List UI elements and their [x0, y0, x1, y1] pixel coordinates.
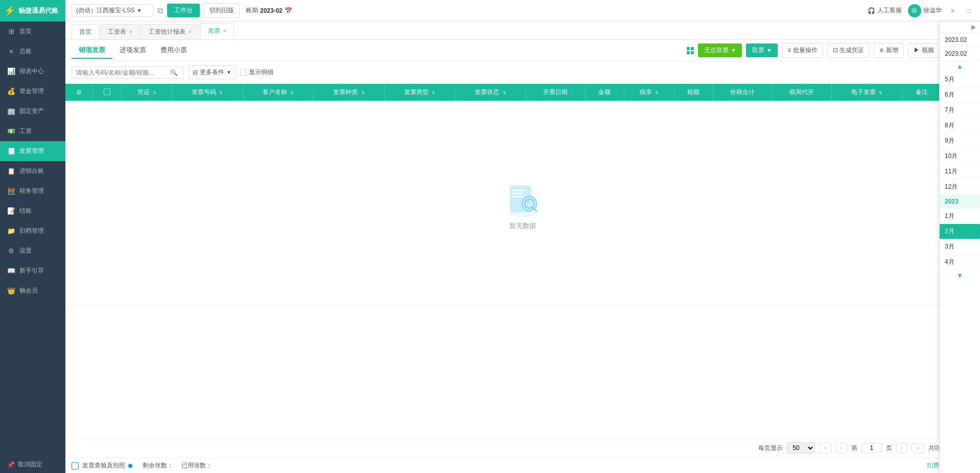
- sidebar-item-home[interactable]: ⊞ 首页: [0, 21, 65, 41]
- tab-payroll[interactable]: 工资表 ×: [100, 24, 140, 39]
- calendar-icon[interactable]: 📅: [285, 7, 292, 14]
- scroll-down-button[interactable]: ▼: [940, 270, 980, 281]
- sidebar-item-salary[interactable]: 💵 工资: [0, 121, 65, 141]
- grid-view-icon[interactable]: [687, 47, 694, 54]
- date-month-4[interactable]: 4月: [940, 255, 980, 270]
- user-info[interactable]: 徐 徐溢华: [908, 4, 942, 17]
- sidebar-item-tax[interactable]: 🧮 税务管理: [0, 181, 65, 201]
- more-filter-button[interactable]: ⊟ 更多条件 ▼: [188, 65, 236, 79]
- month-9-label: 9月: [945, 137, 954, 145]
- date-month-5[interactable]: 5月: [940, 72, 980, 87]
- show-detail-checkbox-label[interactable]: 显示明细: [240, 68, 273, 77]
- month-6-label: 6月: [945, 91, 954, 99]
- sidebar-item-archive[interactable]: 📁 归档管理: [0, 221, 65, 241]
- sidebar-item-asset[interactable]: 🏢 固定资产: [0, 101, 65, 121]
- sidebar-item-member-label: 畅会员: [19, 286, 38, 295]
- guide-icon: 📖: [7, 267, 15, 275]
- date-month-1[interactable]: 1月: [940, 209, 980, 224]
- sidebar-item-settlement[interactable]: 📝 结账: [0, 201, 65, 221]
- pin-icon: 📌: [7, 461, 15, 468]
- col-voucher[interactable]: 凭证 ⇅: [122, 84, 172, 101]
- subtab-purchase-invoice[interactable]: 进项发票: [112, 42, 153, 59]
- date-panel-collapse-button[interactable]: ▶: [971, 24, 976, 31]
- sidebar-item-member[interactable]: 👑 畅会员: [0, 281, 65, 301]
- company-selector[interactable]: (勿动）江西服宝-LSS ▼: [72, 4, 153, 17]
- maximize-button[interactable]: □: [964, 6, 974, 15]
- tab-payroll-report-close[interactable]: ×: [189, 29, 192, 35]
- date-month-3[interactable]: 3月: [940, 239, 980, 255]
- new-button[interactable]: ⊕ 新增: [874, 43, 904, 58]
- switch-version-button[interactable]: 切到旧版: [204, 3, 240, 18]
- sidebar-item-fund[interactable]: 💰 资金管理: [0, 81, 65, 101]
- batch-operation-button[interactable]: ≡ 批量操作: [782, 43, 823, 58]
- workspace-button[interactable]: 工作台: [167, 4, 200, 17]
- sidebar-item-settlement-label: 结账: [19, 207, 32, 215]
- date-month-9[interactable]: 9月: [940, 133, 980, 149]
- no-vat-button[interactable]: 无总取票 ▼: [698, 43, 742, 57]
- sidebar-item-invoice[interactable]: 🧾 发票管理: [0, 141, 65, 161]
- sidebar-item-report[interactable]: 📊 报表中心: [0, 61, 65, 81]
- headset-icon: 🎧: [868, 7, 875, 14]
- video-button[interactable]: ▶ 视频: [908, 43, 939, 58]
- sidebar-item-ledger[interactable]: ≡ 总账: [0, 41, 65, 61]
- subtabs-row: 销项发票 进项发票 费用小票 无总取票 ▼ 取票 ▼: [65, 40, 980, 61]
- page-input[interactable]: [861, 443, 882, 453]
- date-month-7[interactable]: 7月: [940, 103, 980, 118]
- tab-payroll-report[interactable]: 工资统计报表 ×: [141, 24, 199, 39]
- col-checkbox[interactable]: [92, 84, 122, 101]
- tab-invoice-label: 发票: [208, 27, 220, 35]
- col-date: 开票日期: [526, 84, 585, 101]
- sidebar-item-settings[interactable]: ⚙ 设置: [0, 241, 65, 261]
- customer-service-label: 人工客服: [877, 6, 902, 15]
- sidebar-item-sales[interactable]: 📋 进销台账: [0, 161, 65, 181]
- no-vat-dropdown-icon: ▼: [731, 48, 736, 53]
- last-page-button[interactable]: »: [912, 443, 924, 453]
- customer-service-btn[interactable]: 🎧 人工客服: [868, 6, 902, 15]
- date-month-8[interactable]: 8月: [940, 118, 980, 133]
- col-tax-rate[interactable]: 税率 ⇅: [624, 84, 674, 101]
- sidebar-item-guide[interactable]: 📖 新手引导: [0, 261, 65, 281]
- tab-invoice[interactable]: 发票 ×: [200, 23, 234, 39]
- col-total: 价税合计: [713, 84, 772, 101]
- col-invoice-type[interactable]: 发票种类 ⇅: [314, 84, 385, 101]
- date-month-10[interactable]: 10月: [940, 149, 980, 164]
- col-settings[interactable]: ⚙: [65, 84, 92, 101]
- salary-icon: 💵: [7, 127, 15, 135]
- col-invoice-no[interactable]: 发票号码 ⇅: [172, 84, 243, 101]
- col-status[interactable]: 发票状态 ⇅: [455, 84, 526, 101]
- search-input[interactable]: [76, 69, 168, 76]
- show-detail-checkbox[interactable]: [240, 69, 247, 76]
- col-bill-type[interactable]: 发票类型 ⇅: [384, 84, 455, 101]
- date-month-2-active[interactable]: 2月: [940, 224, 980, 239]
- date-month-6[interactable]: 6月: [940, 87, 980, 103]
- subtab-sales-invoice[interactable]: 销项发票: [72, 42, 112, 59]
- next-page-button[interactable]: ›: [896, 443, 907, 453]
- search-box[interactable]: 🔍: [72, 66, 184, 79]
- first-page-button[interactable]: «: [819, 443, 832, 453]
- tab-payroll-close[interactable]: ×: [129, 29, 132, 35]
- member-icon: 👑: [7, 287, 15, 295]
- close-panel-button[interactable]: ×: [948, 6, 958, 16]
- tab-home[interactable]: 首页: [72, 24, 99, 39]
- sidebar-unpin[interactable]: 📌 取消固定: [0, 456, 65, 473]
- fund-icon: 💰: [7, 87, 15, 95]
- date-month-12[interactable]: 12月: [940, 179, 980, 195]
- subtab-expense-receipt[interactable]: 费用小票: [153, 42, 194, 59]
- tab-invoice-close[interactable]: ×: [223, 28, 226, 34]
- month-10-label: 10月: [945, 152, 958, 161]
- month-8-label: 8月: [945, 121, 954, 130]
- page-size-select[interactable]: 50 20 100: [787, 442, 815, 454]
- get-invoice-button[interactable]: 取票 ▼: [746, 43, 778, 57]
- copy-icon[interactable]: ⧉: [157, 6, 163, 15]
- generate-voucher-button[interactable]: ⊡ 生成凭证: [827, 43, 870, 58]
- archive-icon: 📁: [7, 227, 15, 235]
- col-customer[interactable]: 客户名称 ⇅: [243, 84, 314, 101]
- scroll-up-button[interactable]: ▲: [940, 61, 980, 72]
- month-3-label: 3月: [945, 242, 954, 251]
- date-panel-date-2: 2023.02: [945, 50, 967, 57]
- date-month-11[interactable]: 11月: [940, 164, 980, 179]
- no-vat-label: 无总取票: [704, 46, 729, 55]
- tax-icon: 🧮: [7, 187, 15, 195]
- prev-page-button[interactable]: ‹: [836, 443, 847, 453]
- col-e-invoice[interactable]: 电子发票 ⇅: [831, 84, 902, 101]
